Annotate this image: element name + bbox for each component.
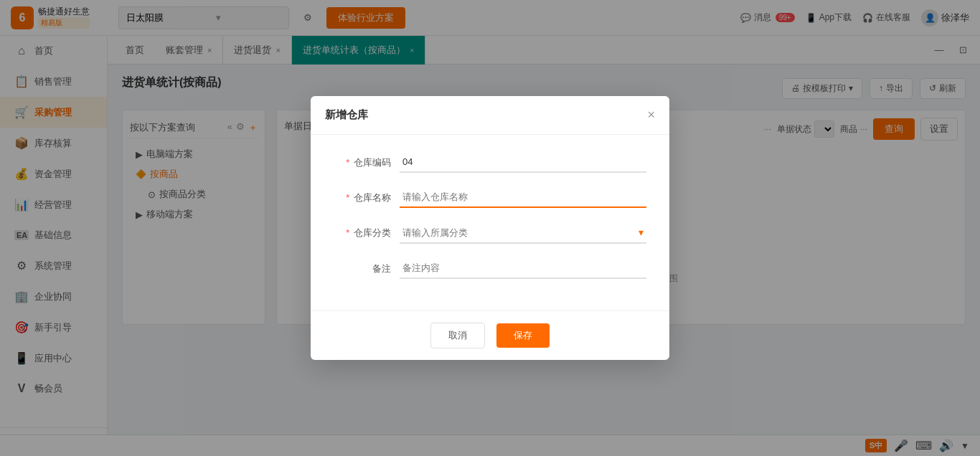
modal-close-btn[interactable]: × (647, 108, 655, 123)
cancel-btn[interactable]: 取消 (430, 323, 485, 348)
category-label: * 仓库分类 (334, 227, 391, 239)
modal-header: 新增仓库 × (311, 96, 669, 135)
form-row-category: * 仓库分类 ▾ (334, 222, 646, 244)
remark-input[interactable] (400, 258, 646, 279)
required-star-1: * (346, 157, 349, 168)
remark-label: 备注 (334, 262, 391, 275)
warehouse-name-input[interactable] (400, 187, 646, 208)
required-star-3: * (346, 227, 349, 238)
modal-footer: 取消 保存 (311, 310, 669, 360)
category-dropdown-icon[interactable]: ▾ (639, 227, 644, 238)
warehouse-code-input[interactable] (400, 152, 646, 173)
category-select-input[interactable] (402, 227, 639, 238)
modal-title: 新增仓库 (325, 108, 368, 122)
code-label: * 仓库编码 (334, 156, 391, 169)
new-warehouse-modal: 新增仓库 × * 仓库编码 * 仓库名称 (311, 96, 669, 360)
form-row-name: * 仓库名称 (334, 187, 646, 208)
modal-overlay: 新增仓库 × * 仓库编码 * 仓库名称 (0, 0, 980, 456)
category-select-wrapper: ▾ (400, 222, 646, 244)
save-btn[interactable]: 保存 (496, 323, 550, 348)
name-label: * 仓库名称 (334, 191, 391, 204)
modal-body: * 仓库编码 * 仓库名称 * 仓库分类 (311, 135, 669, 310)
form-row-code: * 仓库编码 (334, 152, 646, 173)
form-row-remark: 备注 (334, 258, 646, 279)
required-star-2: * (346, 192, 349, 203)
